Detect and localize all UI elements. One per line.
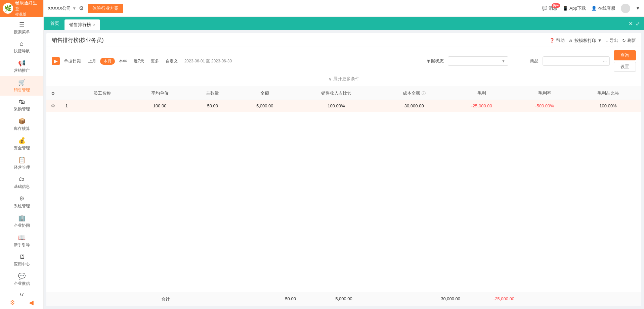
total-label: 合计 [157, 295, 211, 304]
app-download-label: App下载 [569, 5, 586, 11]
help-btn[interactable]: ❓ 帮助 [549, 38, 565, 44]
row-profit-rate: -500.00% [514, 100, 575, 112]
date-tab-current-year[interactable]: 本年 [116, 58, 130, 65]
tabbar: 首页 销售排行榜 × ✕ ⤢ [44, 17, 644, 30]
total-cost: 30,000.00 [424, 295, 477, 304]
sidebar-item-apps[interactable]: 🖥 应用中心 [0, 251, 43, 270]
sidebar-item-wechat[interactable]: 💬 企业微信 [0, 270, 43, 289]
print-label: 按模板打印 [574, 38, 596, 44]
operation-label: 经营管理 [14, 165, 30, 170]
sidebar-item-system[interactable]: ⚙ 系统管理 [0, 192, 43, 212]
home-tab-label: 首页 [50, 20, 59, 27]
row-name [73, 100, 131, 112]
date-tab-more[interactable]: 更多 [148, 58, 162, 65]
sidebar-item-marketing[interactable]: 📢 营销推广 [0, 57, 43, 76]
row-sales-ratio: 100.00% [293, 100, 380, 112]
refresh-btn[interactable]: ↻ 刷新 [622, 38, 636, 44]
total-sales-ratio [371, 295, 424, 304]
purchase-icon: 🛍 [19, 98, 25, 105]
table-container: ⚙ 员工名称 平均单价 主数量 全额 销售收入占比% 成本全额 ⓘ 毛利 毛利率… [46, 87, 641, 292]
topbar-settings-icon[interactable]: ⚙ [79, 5, 84, 11]
sidebar-item-enterprise[interactable]: 🏢 企业协同 [0, 212, 43, 231]
print-btn[interactable]: 🖨 按模板打印 ▼ [569, 38, 602, 44]
basic-label: 基础信息 [14, 184, 30, 190]
sales-rank-tab[interactable]: 销售排行榜 × [65, 19, 100, 30]
messages-badge: 99+ [552, 3, 560, 8]
tab-close-icon[interactable]: × [93, 22, 95, 27]
shortcut-icon: ⌂ [20, 40, 24, 47]
expand-more-label: 展开更多条件 [333, 76, 359, 82]
col-amount: 全额 [237, 87, 293, 100]
date-tab-7days[interactable]: 近7天 [131, 58, 147, 65]
company-name: XXXXX公司 [48, 5, 71, 11]
export-label: 导出 [609, 38, 618, 44]
sidebar-item-finance[interactable]: 💰 资金管理 [0, 134, 43, 154]
sidebar-item-basic[interactable]: 🗂 基础信息 [0, 173, 43, 192]
goods-select[interactable]: ··· [543, 56, 610, 66]
sidebar-item-search[interactable]: ☰ 搜索菜单 [0, 18, 43, 38]
inventory-label: 库存核算 [14, 126, 30, 132]
messages-btn[interactable]: 💬 消息 99+ [542, 5, 557, 11]
date-filter-label: 单据日期 [64, 58, 81, 64]
sidebar-item-operation[interactable]: 📋 经营管理 [0, 154, 43, 173]
home-tab[interactable]: 首页 [45, 17, 65, 30]
filter-bar: ▶ 单据日期 上月 本月 本年 近7天 更多 自定义 2023-06-01 至 … [46, 47, 641, 87]
system-icon: ⚙ [19, 195, 25, 202]
enterprise-icon: 🏢 [18, 214, 26, 222]
status-select[interactable]: ▼ [448, 56, 508, 66]
col-avg-price: 平均单价 [131, 87, 189, 100]
search-icon: ☰ [19, 21, 25, 28]
date-tab-current-month[interactable]: 本月 [100, 58, 115, 65]
sidebar-settings-btn[interactable]: ⚙ [10, 299, 15, 306]
sidebar-item-member[interactable]: V 畅会员 [0, 289, 43, 296]
app-name: 畅康通好生意 [15, 0, 41, 12]
row-settings[interactable]: ⚙ [46, 100, 60, 112]
user-avatar[interactable] [621, 4, 630, 13]
col-profit-rate: 毛利率 [514, 87, 575, 100]
company-dropdown-icon: ▼ [72, 6, 76, 11]
sidebar-item-shortcut[interactable]: ⌂ 快捷导航 [0, 38, 43, 57]
col-settings[interactable]: ⚙ [46, 87, 60, 100]
date-range-display: 2023-06-01 至 2023-06-30 [184, 58, 232, 64]
total-profit-rate [530, 295, 584, 304]
sidebar-collapse-btn[interactable]: ◀ [29, 299, 34, 306]
close-window-icon[interactable]: ✕ [629, 20, 633, 27]
cost-info-icon[interactable]: ⓘ [422, 91, 426, 96]
col-profit-ratio: 毛利占比% [575, 87, 641, 100]
app-download-btn[interactable]: 📱 App下载 [563, 5, 586, 11]
row-profit-ratio: 100.00% [575, 100, 641, 112]
tabbar-actions: ✕ ⤢ [629, 20, 643, 27]
member-icon: V [19, 292, 24, 296]
sidebar-item-inventory[interactable]: 📦 库存核算 [0, 115, 43, 134]
chevron-down-icon: ∨ [329, 76, 332, 82]
main-area: XXXXX公司 ▼ ⚙ 体验行业方案 💬 消息 99+ 📱 App下载 👤 在线… [44, 0, 644, 309]
goods-more-icon[interactable]: ··· [603, 59, 607, 64]
user-name-btn[interactable]: ▼ [636, 6, 640, 11]
settings-button[interactable]: 设置 [614, 62, 636, 72]
expand-more-btn[interactable]: ∨ 展开更多条件 [329, 76, 359, 82]
logo-icon: 🌿 [3, 3, 13, 14]
col-name: 员工名称 [73, 87, 131, 100]
col-profit: 毛利 [449, 87, 514, 100]
inventory-icon: 📦 [18, 117, 26, 125]
online-service-btn[interactable]: 👤 在线客服 [591, 5, 615, 11]
query-button[interactable]: 查询 [614, 50, 636, 60]
expand-window-icon[interactable]: ⤢ [636, 20, 640, 27]
sidebar-item-purchase[interactable]: 🛍 采购管理 [0, 96, 43, 115]
help-label: 帮助 [556, 38, 565, 44]
date-tab-last-month[interactable]: 上月 [85, 58, 99, 65]
col-sales-ratio: 销售收入占比% [293, 87, 380, 100]
company-selector[interactable]: XXXXX公司 ▼ [48, 5, 76, 11]
trial-button[interactable]: 体验行业方案 [88, 4, 123, 13]
sales-icon: 🛒 [18, 79, 26, 86]
date-tab-custom[interactable]: 自定义 [163, 58, 180, 65]
filter-row-1: ▶ 单据日期 上月 本月 本年 近7天 更多 自定义 2023-06-01 至 … [52, 50, 636, 72]
apps-label: 应用中心 [14, 261, 30, 267]
export-btn[interactable]: ↓ 导出 [606, 38, 618, 44]
row-avg-price: 100.00 [131, 100, 189, 112]
table-row: ⚙ 1 100.00 50.00 5,000.00 100.00% 30,000… [46, 100, 641, 112]
expand-more-row: ∨ 展开更多条件 [52, 74, 636, 83]
sidebar-item-sales[interactable]: 🛒 销售管理 [0, 76, 43, 96]
sidebar-item-newbie[interactable]: 📖 新手引导 [0, 231, 43, 251]
filter-collapse-btn[interactable]: ▶ [52, 57, 60, 65]
